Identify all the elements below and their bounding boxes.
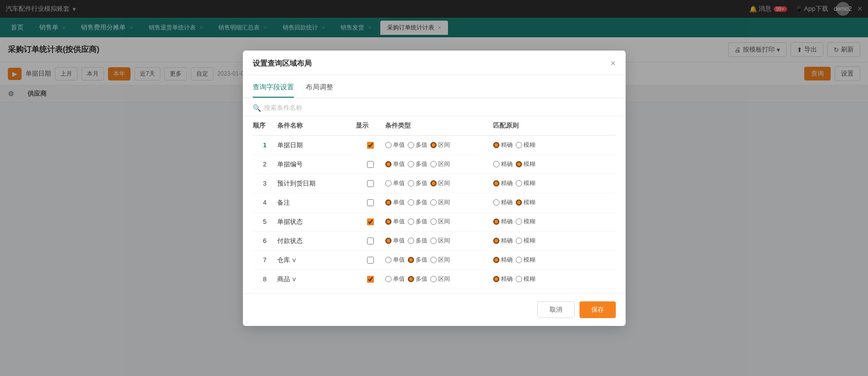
modal-search-area: 🔍	[243, 98, 626, 103]
settings-modal: 设置查询区域布局 × 查询字段设置 布局调整 🔍 顺序 条件名称 显示 条件类型	[243, 51, 626, 103]
modal-tab-layout[interactable]: 布局调整	[306, 79, 333, 98]
modal-title: 设置查询区域布局	[253, 59, 312, 68]
modal-tabs: 查询字段设置 布局调整	[243, 75, 626, 98]
modal-close-btn[interactable]: ×	[610, 58, 616, 69]
modal-backdrop: 设置查询区域布局 × 查询字段设置 布局调整 🔍 顺序 条件名称 显示 条件类型	[0, 0, 868, 103]
modal-header: 设置查询区域布局 ×	[243, 51, 626, 75]
modal-tab-fields[interactable]: 查询字段设置	[253, 79, 294, 98]
